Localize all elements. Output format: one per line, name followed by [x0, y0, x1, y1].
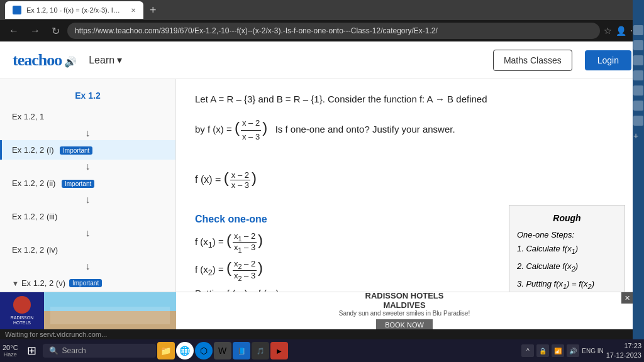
- nav-chevron-v: ▼: [12, 280, 19, 287]
- taskbar-chrome[interactable]: 🌐: [176, 342, 194, 359]
- new-tab-button[interactable]: +: [146, 4, 160, 17]
- weather-widget: 20°C Haze: [3, 344, 18, 358]
- nav-item-ex1[interactable]: Ex 1.2, 1: [0, 107, 175, 126]
- taskbar: 20°C Haze ⊞ 🔍 Search 📁 🌐 ⬡ W 📘 🎵 ▶ ^ 🔒 📶…: [0, 339, 644, 362]
- nav-item-ex2v[interactable]: ▼ Ex 1.2, 2 (v) Important: [0, 273, 175, 293]
- rough-step3: 3. Putting f(x1) = f(x2): [517, 277, 617, 292]
- nav-arrow-4: ↓: [0, 226, 175, 240]
- ad-banner: ✕ RADISSONHOTELS RADISSON HOTELS MALDIVE…: [0, 292, 633, 329]
- favicon: [13, 6, 21, 14]
- search-icon: 🔍: [49, 346, 58, 355]
- taskbar-file-explorer[interactable]: 📁: [157, 342, 175, 359]
- login-button[interactable]: Login: [585, 50, 631, 70]
- badge-important-2: Important: [62, 180, 94, 188]
- close-paren-3: ): [258, 231, 263, 248]
- ad-location: MALDIVES: [383, 300, 425, 310]
- nav-arrow-3: ↓: [0, 193, 175, 207]
- close-paren-1: ): [262, 119, 267, 136]
- problem-title: Let A = R – {3} and B = R – {1}. Conside…: [195, 92, 625, 107]
- open-paren-1: (: [235, 119, 240, 136]
- learn-arrow-icon: ▾: [117, 54, 122, 66]
- tray-icon-2[interactable]: 🔒: [536, 344, 549, 357]
- close-paren-4: ): [258, 259, 263, 276]
- back-button[interactable]: ←: [5, 24, 23, 38]
- open-paren-2: (: [224, 169, 229, 186]
- weather-desc: Haze: [4, 351, 17, 358]
- nav-item-ex2i[interactable]: Ex 1.2, 2 (i) Important: [0, 140, 175, 160]
- close-paren-2: ): [252, 169, 257, 186]
- rough-box: Rough One-one Steps: 1. Calculate f(x1) …: [509, 205, 625, 300]
- fraction-x2: x2 – 2x2 – 3: [233, 259, 257, 282]
- taskbar-app1[interactable]: W: [214, 342, 231, 359]
- open-paren-3: (: [226, 231, 231, 248]
- fraction-x1: x1 – 2x1 – 3: [233, 231, 257, 254]
- search-label: Search: [62, 346, 86, 355]
- refresh-button[interactable]: ↻: [48, 24, 64, 38]
- nav-item-ex2iv[interactable]: Ex 1.2, 2 (iv): [0, 240, 175, 260]
- sound-icon: 🔊: [64, 57, 76, 67]
- ad-beach-people: [50, 307, 170, 324]
- maths-classes-button[interactable]: Maths Classes: [493, 50, 572, 71]
- taskbar-edge[interactable]: ⬡: [195, 342, 213, 359]
- rough-box-content: One-one Steps: 1. Calculate f(x1) 2. Cal…: [517, 228, 617, 292]
- badge-important-3: Important: [69, 279, 102, 287]
- taskbar-app4[interactable]: ▶: [270, 342, 288, 359]
- weather-temp: 20°C: [3, 344, 18, 351]
- rough-steps-label: One-one Steps:: [517, 228, 617, 242]
- right-sidebar-icon-1[interactable]: [633, 25, 643, 35]
- problem-formula-line: by f (x) = (x – 2x – 3) Is f one-one and…: [195, 117, 625, 144]
- taskbar-app3[interactable]: 🎵: [252, 342, 269, 359]
- ad-hotel-name: RADISSONHOTELS: [11, 315, 34, 326]
- taskbar-tray: ^ 🔒 📶 🔊 ENG IN 17:23 17-12-2023: [521, 341, 641, 361]
- right-sidebar-icon-7[interactable]: [633, 116, 643, 126]
- open-paren-4: (: [226, 259, 231, 276]
- time: 17:23: [606, 341, 641, 351]
- start-button[interactable]: ⊞: [22, 341, 42, 360]
- tab-title: Ex 1.2, 10 - f(x) = (x-2/x-3). Is f o...: [26, 6, 123, 14]
- url-input[interactable]: [67, 23, 600, 39]
- right-sidebar-icon-2[interactable]: [633, 40, 643, 50]
- rough-step1: 1. Calculate f(x1): [517, 242, 617, 257]
- nav-arrow-1: ↓: [0, 126, 175, 140]
- nav-arrow-2: ↓: [0, 160, 175, 173]
- status-text: Waiting for servt.vidcrunch.com...: [5, 331, 107, 338]
- right-sidebar-icon-5[interactable]: [633, 85, 643, 96]
- book-now-button[interactable]: BOOK NOW: [376, 319, 433, 329]
- tab-bar: Ex 1.2, 10 - f(x) = (x-2/x-3). Is f o...…: [0, 0, 644, 20]
- logo: teachoo🔊: [13, 51, 76, 70]
- learn-button[interactable]: Learn ▾: [89, 54, 122, 66]
- main-fraction-top: x – 2x – 3: [241, 117, 261, 144]
- nav-item-ex2iii[interactable]: Ex 1.2, 2 (iii): [0, 207, 175, 226]
- right-sidebar-icon-plus[interactable]: +: [633, 131, 643, 141]
- ad-beach-image: [44, 292, 176, 329]
- bookmark-icon[interactable]: ☆: [604, 26, 612, 36]
- ad-close-button[interactable]: ✕: [621, 292, 633, 304]
- status-bar: Waiting for servt.vidcrunch.com...: [0, 329, 644, 339]
- ad-tagline: Sandy sun and sweeter smiles in Blu Para…: [339, 310, 470, 317]
- right-sidebar-icon-3[interactable]: [633, 55, 643, 65]
- profile-icon[interactable]: 👤: [616, 26, 626, 36]
- browser-tab[interactable]: Ex 1.2, 10 - f(x) = (x-2/x-3). Is f o...…: [5, 1, 143, 19]
- forward-button[interactable]: →: [26, 24, 44, 38]
- nav-item-ex2ii[interactable]: Ex 1.2, 2 (ii) Important: [0, 173, 175, 193]
- close-tab-button[interactable]: ✕: [131, 7, 136, 14]
- tray-icon-volume[interactable]: 🔊: [567, 344, 579, 357]
- ad-title: RADISSON HOTELS: [365, 292, 444, 300]
- nav-arrow-5: ↓: [0, 260, 175, 273]
- badge-important-1: Important: [60, 146, 92, 155]
- learn-label: Learn: [89, 55, 114, 66]
- tray-icon-1[interactable]: ^: [521, 344, 534, 357]
- ad-text-area: RADISSON HOTELS MALDIVES Sandy sun and s…: [176, 292, 633, 329]
- rough-step2: 2. Calculate f(x2): [517, 260, 617, 275]
- tray-icon-wifi[interactable]: 📶: [552, 344, 564, 357]
- ad-logo-area: RADISSONHOTELS: [0, 292, 44, 329]
- taskbar-app2[interactable]: 📘: [233, 342, 250, 359]
- right-sidebar-icon-6[interactable]: [633, 101, 643, 111]
- site-header: teachoo🔊 Learn ▾ Maths Classes Login: [0, 41, 644, 79]
- lang-indicator: ENG IN: [582, 348, 603, 354]
- main-fraction: x – 2x – 3: [230, 170, 250, 190]
- taskbar-search-box[interactable]: 🔍 Search: [43, 344, 156, 358]
- radisson-logo-circle: [13, 296, 31, 314]
- address-bar: ← → ↻ ☆ 👤 ⋯: [0, 20, 644, 41]
- right-sidebar-icon-4[interactable]: [633, 70, 643, 80]
